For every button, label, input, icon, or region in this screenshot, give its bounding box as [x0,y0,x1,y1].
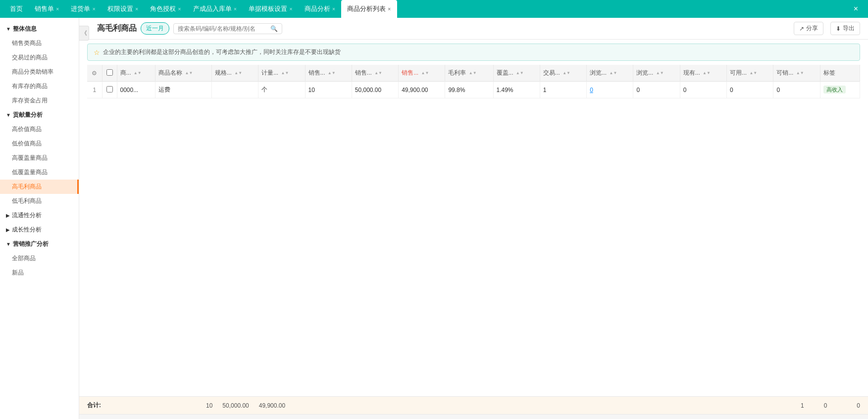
col-views2: 浏览... ▲▼ [633,65,680,82]
nav-sales[interactable]: 销售单 × [29,0,65,18]
sidebar-item-new-goods[interactable]: 新品 [0,266,79,280]
nav-role[interactable]: 角色授权 × [144,0,187,18]
cell-sales-amount: 50,000.00 [352,82,398,98]
nav-permission[interactable]: 权限设置 × [102,0,144,18]
cell-gross-margin: 99.8% [445,82,493,98]
close-product-analysis-list-tab[interactable]: × [388,6,391,12]
sidebar-item-low-margin[interactable]: 低毛利商品 [0,194,79,208]
nav-home[interactable]: 首页 [4,0,29,18]
col-unit: 计量... ▲▼ [258,65,305,82]
col-sales-amount: 销售... ▲▼ [352,65,398,82]
cell-coverage: 1.49% [493,82,540,98]
footer-transactions: 1 [801,402,804,409]
footer-sales-count: 10 [206,402,212,409]
close-role-tab[interactable]: × [178,6,181,12]
footer-sales-amount: 50,000.00 [222,402,249,409]
cell-sales-profit: 49,900.00 [399,82,445,98]
cell-checkbox [102,82,117,98]
nav-product-analysis[interactable]: 商品分析 × [299,0,341,18]
sidebar-item-high-coverage[interactable]: 高覆盖量商品 [0,151,79,165]
search-box: 🔍 [173,23,282,34]
sidebar-item-category-rate[interactable]: 商品分类助销率 [0,65,79,79]
col-gross-margin: 毛利率 ▲▼ [445,65,493,82]
close-product-inbound-tab[interactable]: × [234,6,237,12]
sidebar-group-growth[interactable]: ▶ 成长性分析 [0,223,79,237]
alert-bar: ☆ 企业的主要的利润都是这部分商品创造的，可考虑加大推广，同时关注库存是不要出现… [87,44,860,61]
nav-product-inbound[interactable]: 产成品入库单 × [187,0,243,18]
col-spec: 规格... ▲▼ [211,65,258,82]
cell-index: 1 [87,82,102,98]
data-table: ⚙ 商... ▲▼ 商品名称 ▲▼ [87,65,860,98]
row-checkbox[interactable] [106,86,113,93]
content-header: 高毛利商品 近一月 🔍 ↗ 分享 ⬇ 导出 [79,18,868,40]
sidebar-item-in-stock[interactable]: 有库存的商品 [0,79,79,93]
col-sales-profit: 销售... ▲▼ [399,65,445,82]
bottom-scrollbar [79,414,868,419]
footer-sales-profit: 49,900.00 [259,402,285,409]
cell-views1: 0 [587,82,633,98]
alert-icon: ☆ [94,48,100,56]
nav-product-analysis-list[interactable]: 商品分析列表 × [341,0,397,18]
sidebar-item-high-margin[interactable]: 高毛利商品 [0,180,79,194]
nav-purchase[interactable]: 进货单 × [65,0,101,18]
sidebar: ▼ 整体信息 销售类商品 交易过的商品 商品分类助销率 有库存的商品 库存资金占… [0,18,79,419]
table-container: ⚙ 商... ▲▼ 商品名称 ▲▼ [79,65,868,396]
content-area: 《 高毛利商品 近一月 🔍 ↗ 分享 ⬇ 导出 [79,18,868,419]
cell-tag: 高收入 [820,82,860,98]
footer-label: 合计: [87,401,101,410]
nav-template[interactable]: 单据模板设置 × [243,0,298,18]
close-product-analysis-tab[interactable]: × [332,6,335,12]
arrow-icon-3: ▶ [6,213,10,218]
sidebar-group-contribution[interactable]: ▼ 贡献量分析 [0,108,79,122]
cell-name: 运费 [155,82,212,98]
sidebar-group-overall[interactable]: ▼ 整体信息 [0,22,79,36]
footer-available-stock: 0 [857,402,860,409]
sidebar-group-liquidity[interactable]: ▶ 流通性分析 [0,208,79,223]
cell-spec [211,82,258,98]
sidebar-item-all-goods[interactable]: 全部商品 [0,251,79,266]
sidebar-item-low-value[interactable]: 低价值商品 [0,137,79,151]
cell-sku: 0000... [117,82,155,98]
footer-current-stock: 0 [824,402,827,409]
sidebar-toggle-button[interactable]: 《 [79,26,89,41]
col-sku: 商... ▲▼ [117,65,155,82]
export-icon: ⬇ [836,25,841,32]
col-coverage: 覆盖... ▲▼ [493,65,540,82]
cell-sales-count: 10 [305,82,352,98]
sidebar-item-stock-capital[interactable]: 库存资金占用 [0,93,79,108]
arrow-icon-5: ▼ [6,241,11,247]
search-icon[interactable]: 🔍 [270,25,278,32]
col-sellable-stock: 可销... ▲▼ [773,65,820,82]
sidebar-item-traded-goods[interactable]: 交易过的商品 [0,50,79,65]
window-close-button[interactable]: × [848,4,864,13]
share-button[interactable]: ↗ 分享 [794,22,823,35]
col-settings[interactable]: ⚙ [87,65,102,82]
select-all-checkbox[interactable] [106,69,113,76]
sidebar-item-low-coverage[interactable]: 低覆盖量商品 [0,165,79,180]
cell-views2: 0 [633,82,680,98]
sidebar-item-high-value[interactable]: 高价值商品 [0,122,79,137]
col-tag: 标签 [820,65,860,82]
share-icon: ↗ [799,25,804,32]
close-permission-tab[interactable]: × [135,6,138,12]
col-available-stock: 可用... ▲▼ [727,65,773,82]
col-name: 商品名称 ▲▼ [155,65,212,82]
col-sales-count: 销售... ▲▼ [305,65,352,82]
filter-recent-month-button[interactable]: 近一月 [141,22,169,35]
page-title: 高毛利商品 [97,23,137,34]
cell-available-stock: 0 [727,82,773,98]
close-template-tab[interactable]: × [289,6,292,12]
close-sales-tab[interactable]: × [56,6,59,12]
cell-transactions: 1 [540,82,586,98]
cell-current-stock: 0 [680,82,726,98]
sidebar-item-sales-goods[interactable]: 销售类商品 [0,36,79,50]
footer-totals-bar: 合计: 10 50,000.00 49,900.00 1 0 0 [79,396,868,414]
sidebar-group-marketing[interactable]: ▼ 营销推广分析 [0,237,79,251]
close-purchase-tab[interactable]: × [92,6,95,12]
export-button[interactable]: ⬇ 导出 [830,22,860,35]
col-current-stock: 现有... ▲▼ [680,65,726,82]
search-input[interactable] [178,25,268,32]
arrow-icon: ▼ [6,26,11,32]
col-checkbox [102,65,117,82]
arrow-icon-2: ▼ [6,112,11,118]
